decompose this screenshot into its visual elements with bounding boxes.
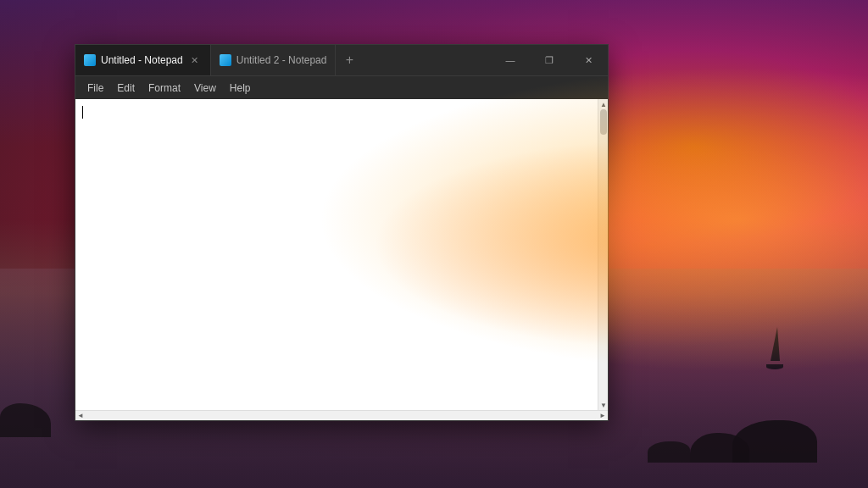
vertical-scrollbar[interactable]: ▲ ▼	[598, 99, 608, 410]
tab-2-label: Untitled 2 - Notepad	[236, 54, 327, 66]
scroll-down-arrow[interactable]: ▼	[598, 400, 608, 410]
rock-1	[732, 420, 817, 463]
rock-2	[690, 433, 749, 463]
rock-3	[648, 441, 690, 463]
tab-1[interactable]: Untitled - Notepad ✕	[75, 45, 211, 75]
menu-edit[interactable]: Edit	[110, 80, 142, 97]
water-overlay	[0, 269, 868, 488]
title-bar: Untitled - Notepad ✕ Untitled 2 - Notepa…	[75, 45, 608, 75]
text-editor[interactable]	[75, 99, 598, 410]
tab-1-close[interactable]: ✕	[188, 53, 202, 67]
tab-2[interactable]: Untitled 2 - Notepad	[211, 45, 337, 75]
horizontal-scrollbar-track[interactable]	[86, 413, 598, 419]
scroll-up-arrow[interactable]: ▲	[598, 99, 608, 109]
minimize-button[interactable]: —	[491, 45, 530, 75]
editor-container[interactable]: ▲ ▼	[75, 99, 608, 410]
rock-left-1	[0, 403, 51, 437]
text-cursor	[82, 106, 83, 119]
tabs-area: Untitled - Notepad ✕ Untitled 2 - Notepa…	[75, 45, 491, 75]
notepad-window: Untitled - Notepad ✕ Untitled 2 - Notepa…	[75, 44, 609, 421]
window-controls: — ❐ ✕	[491, 45, 608, 75]
sailboat	[766, 327, 783, 369]
scroll-right-arrow[interactable]: ►	[598, 411, 608, 421]
maximize-button[interactable]: ❐	[530, 45, 569, 75]
horizontal-scrollbar[interactable]: ◄ ►	[75, 410, 608, 420]
close-button[interactable]: ✕	[569, 45, 608, 75]
rocks-left	[0, 395, 51, 437]
scroll-left-arrow[interactable]: ◄	[75, 411, 86, 421]
sail	[771, 327, 780, 361]
notepad-icon-1	[84, 54, 96, 66]
menu-file[interactable]: File	[81, 80, 110, 97]
notepad-icon-2	[220, 54, 231, 66]
menu-view[interactable]: View	[187, 80, 223, 97]
menu-bar: File Edit Format View Help	[75, 75, 608, 99]
add-tab-button[interactable]: +	[336, 45, 363, 75]
vertical-scrollbar-thumb[interactable]	[600, 109, 607, 135]
tab-1-label: Untitled - Notepad	[101, 54, 183, 66]
menu-format[interactable]: Format	[142, 80, 187, 97]
hull	[766, 364, 783, 369]
menu-help[interactable]: Help	[223, 80, 258, 97]
rocks-right	[648, 395, 817, 463]
desktop-background: Untitled - Notepad ✕ Untitled 2 - Notepa…	[0, 0, 868, 488]
